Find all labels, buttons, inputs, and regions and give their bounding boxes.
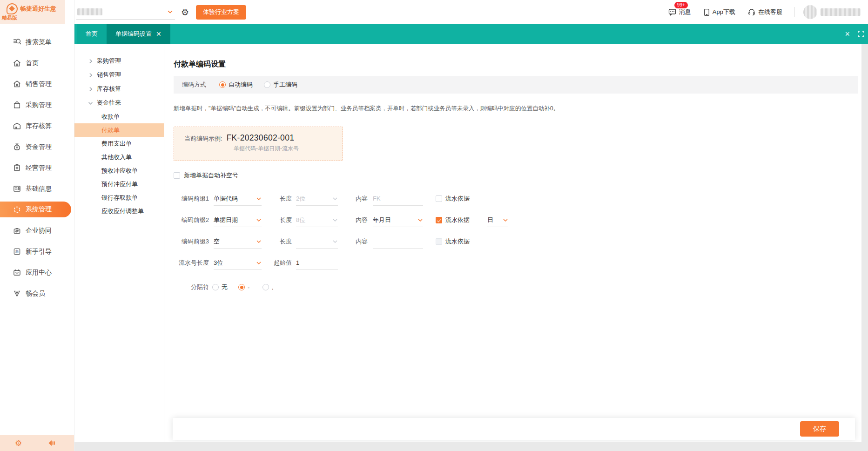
sidebar-item-search-menu[interactable]: 搜索菜单: [0, 32, 74, 53]
close-all-tabs-icon[interactable]: ×: [845, 30, 850, 38]
auto-fill-gap-checkbox[interactable]: 新增单据自动补空号: [174, 171, 238, 180]
message-bubble-icon: [668, 8, 676, 16]
content-label: 内容: [356, 192, 368, 206]
app-download-button[interactable]: App下载: [704, 8, 735, 16]
save-bar: 保存: [173, 418, 855, 440]
tree-section-sales[interactable]: 销售管理: [74, 68, 164, 82]
tab-bar: 首页 单据编码设置 ✕ ×: [74, 24, 868, 44]
online-service-button[interactable]: 在线客服: [748, 8, 782, 16]
tab-doc-coding-settings[interactable]: 单据编码设置 ✕: [107, 24, 170, 44]
sidebar-settings-gear-icon[interactable]: ⚙: [15, 439, 22, 447]
prefix1-content-input[interactable]: FK: [373, 192, 423, 206]
sidebar-item-app-center[interactable]: 应用中心: [0, 262, 74, 283]
svg-text:新: 新: [15, 249, 19, 254]
prefix1-type-select[interactable]: 单据代码: [214, 192, 262, 206]
save-button[interactable]: 保存: [800, 421, 839, 437]
purchase-bag-icon: [12, 101, 21, 110]
sidebar-footer: ⚙: [0, 435, 74, 451]
prefix3-length-select[interactable]: [296, 235, 338, 249]
prefix3-serial-checkbox[interactable]: 流水依据: [436, 235, 470, 249]
brand-logo: 畅捷通好生意 精易版: [0, 0, 65, 24]
tree-item-ar-ap-adjust[interactable]: 应收应付调整单: [74, 204, 164, 218]
prefix1-length-select[interactable]: 2位: [296, 192, 338, 206]
chevron-down-icon: [332, 217, 338, 223]
prefix2-length-select[interactable]: 8位: [296, 213, 338, 227]
tree-item-prepay-offset[interactable]: 预付冲应付单: [74, 177, 164, 191]
chevron-down-icon: [332, 196, 338, 202]
tree-item-expense[interactable]: 费用支出单: [74, 137, 164, 150]
coding-mode-label: 编码方式: [182, 81, 206, 89]
tree-section-inventory[interactable]: 库存核算: [74, 82, 164, 96]
tree-section-purchase[interactable]: 采购管理: [74, 54, 164, 68]
length-label: 长度: [260, 213, 292, 227]
radio-auto-coding[interactable]: 自动编码: [219, 81, 253, 89]
tree-item-prereceipt-offset[interactable]: 预收冲应收单: [74, 164, 164, 177]
prefix1-label: 编码前缀1: [174, 192, 209, 206]
collapse-sidebar-icon[interactable]: [48, 440, 55, 446]
length-label: 长度: [260, 235, 292, 249]
separator-option-none[interactable]: 无: [212, 280, 228, 294]
sidebar-item-home[interactable]: 首页: [0, 53, 74, 74]
prefix3-type-select[interactable]: 空: [214, 235, 262, 249]
prefix2-type-select[interactable]: 单据日期: [214, 213, 262, 227]
length-label: 长度: [260, 192, 292, 206]
radio-unselected-icon: [212, 284, 219, 290]
chevron-down-icon[interactable]: [167, 9, 173, 15]
current-code-example-box: 当前编码示例: FK-20230602-001 单据代码-单据日期-流水号: [174, 127, 343, 161]
sidebar: 畅捷通好生意 精易版 搜索菜单 首页 销售管理 采购管理: [0, 0, 74, 451]
sidebar-item-collaboration[interactable]: 企业协同: [0, 220, 74, 241]
sidebar-item-system[interactable]: 系统管理: [0, 202, 71, 217]
top-bar: ⚙ 体验行业方案 99+ 消息 App下载 在线客服: [74, 0, 868, 24]
page-title: 付款单编码设置: [174, 60, 858, 69]
radio-unselected-icon: [264, 81, 270, 88]
radio-selected-icon: [238, 284, 245, 290]
top-bar-right: 99+ 消息 App下载 在线客服: [656, 5, 861, 19]
prefix2-serial-unit-select[interactable]: 日: [487, 213, 508, 227]
phone-icon: [704, 8, 710, 16]
document-info-icon: [12, 184, 21, 194]
content-label: 内容: [356, 235, 368, 249]
tree-item-other-income[interactable]: 其他收入单: [74, 150, 164, 164]
prefix2-serial-checkbox[interactable]: 流水依据: [436, 213, 470, 227]
sidebar-item-purchase[interactable]: 采购管理: [0, 94, 74, 115]
start-value-label: 起始值: [260, 256, 292, 270]
headset-icon: [748, 8, 755, 16]
app-window: 畅捷通好生意 精易版 搜索菜单 首页 销售管理 采购管理: [0, 0, 868, 451]
settings-gear-icon[interactable]: ⚙: [181, 8, 189, 17]
brand-edition-label: 精易版: [2, 14, 17, 21]
separator-option-dot[interactable]: .: [262, 280, 274, 294]
tab-home[interactable]: 首页: [77, 24, 107, 44]
radio-manual-coding[interactable]: 手工编码: [264, 81, 297, 89]
money-bag-icon: [12, 142, 21, 152]
home-icon: [12, 59, 21, 68]
prefix3-content-input[interactable]: [373, 235, 423, 249]
tree-item-payment[interactable]: 付款单: [74, 123, 164, 137]
tree-section-funds[interactable]: 资金往来: [74, 96, 164, 110]
global-search-input[interactable]: [76, 5, 175, 20]
brand-name: 畅捷通好生意: [20, 5, 56, 13]
close-tab-icon[interactable]: ✕: [156, 31, 161, 37]
messages-button[interactable]: 99+ 消息: [668, 8, 691, 16]
sidebar-item-guide[interactable]: 新 新手引导: [0, 241, 74, 262]
prefix1-serial-checkbox[interactable]: 流水依据: [436, 192, 470, 206]
settings-main-panel: 付款单编码设置 编码方式 自动编码 手工编码 新增单据时，"单据编码"自动生成，…: [164, 44, 861, 442]
separator-option-dash[interactable]: -: [238, 280, 249, 294]
serial-length-select[interactable]: 3位: [214, 256, 262, 270]
member-v-icon: [12, 289, 21, 298]
sidebar-item-inventory[interactable]: 库存核算: [0, 115, 74, 136]
prefix2-content-select[interactable]: 年月日: [373, 213, 423, 227]
sidebar-item-operations[interactable]: 经营管理: [0, 157, 74, 178]
sidebar-item-base-info[interactable]: 基础信息: [0, 178, 74, 199]
sales-icon: [12, 80, 21, 89]
fullscreen-icon[interactable]: [858, 31, 864, 37]
prefix-form: 编码前缀1 单据代码 长度 2位 内容 FK 流水依据: [174, 192, 858, 294]
user-avatar[interactable]: [803, 5, 817, 19]
tree-item-bank-deposit[interactable]: 银行存取款单: [74, 191, 164, 204]
sidebar-item-member[interactable]: 畅会员: [0, 283, 74, 304]
start-value-input[interactable]: 1: [296, 256, 338, 270]
tree-item-receipt[interactable]: 收款单: [74, 110, 164, 123]
trial-plan-button[interactable]: 体验行业方案: [196, 5, 246, 20]
sidebar-item-sales[interactable]: 销售管理: [0, 74, 74, 94]
sidebar-item-funds[interactable]: 资金管理: [0, 136, 74, 157]
messages-count-badge: 99+: [674, 2, 688, 8]
